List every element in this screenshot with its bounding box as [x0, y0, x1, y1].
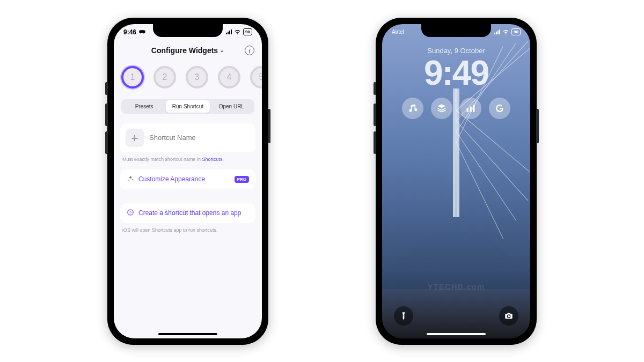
lock-widget-bars[interactable] — [460, 98, 481, 119]
page-title[interactable]: Configure Widgets — [151, 46, 218, 55]
battery-level: 90 — [243, 28, 252, 35]
segment-run-shortcut[interactable]: Run Shortcut — [166, 100, 209, 113]
lock-time: 9:49 — [424, 56, 488, 90]
notch — [421, 24, 491, 37]
create-shortcut-label: Create a shortcut that opens an app — [138, 209, 241, 217]
side-button — [105, 131, 108, 154]
lock-widgets-row — [402, 98, 510, 119]
sparkle-icon — [127, 175, 134, 184]
shortcut-hint: Must exactly match shortcut name in Shor… — [122, 157, 253, 162]
customize-appearance-row[interactable]: Customize Appearance PRO — [120, 169, 255, 189]
svg-rect-3 — [470, 106, 471, 112]
side-button — [374, 104, 376, 126]
camera-button[interactable] — [499, 306, 518, 326]
home-indicator[interactable] — [158, 333, 217, 335]
home-indicator[interactable] — [427, 333, 486, 335]
side-button — [105, 104, 108, 126]
svg-text:?: ? — [129, 210, 131, 215]
shortcuts-link[interactable]: Shortcuts — [202, 157, 223, 162]
phone-mockup-right: Airtel 90 Sunday, 9 October 9:49 — [376, 18, 537, 345]
phone-mockup-left: 9:46 90 Configure Widgets ⌄ i 1 — [107, 18, 268, 345]
side-button — [374, 131, 376, 154]
lock-widget-music[interactable] — [402, 98, 423, 119]
mode-segmented-control[interactable]: Presets Run Shortcut Open URL — [121, 99, 254, 114]
chevron-down-icon[interactable]: ⌄ — [218, 47, 224, 54]
widget-slot-5[interactable]: 5 — [250, 66, 262, 88]
pro-badge: PRO — [235, 176, 249, 183]
lock-widget-google[interactable] — [489, 98, 510, 119]
side-button — [374, 82, 376, 95]
hint-text: Must exactly match shortcut name in — [122, 157, 202, 162]
widget-slot-3[interactable]: 3 — [186, 66, 208, 88]
header: Configure Widgets ⌄ i — [114, 42, 262, 58]
lock-widget-stack[interactable] — [431, 98, 452, 119]
notch — [153, 24, 223, 37]
side-button — [268, 109, 270, 143]
svg-rect-2 — [467, 108, 469, 112]
cellular-icon — [226, 29, 232, 34]
widget-slot-picker: 1 2 3 4 5 — [114, 58, 262, 96]
carrier-name: Airtel — [392, 29, 404, 35]
battery-level: 90 — [511, 28, 521, 35]
create-shortcut-row[interactable]: ? Create a shortcut that opens an app — [120, 203, 255, 223]
widget-slot-4[interactable]: 4 — [218, 66, 240, 88]
flashlight-button[interactable] — [394, 306, 413, 326]
info-button[interactable]: i — [245, 46, 254, 55]
segment-open-url[interactable]: Open URL — [210, 100, 253, 113]
help-icon: ? — [127, 209, 134, 218]
status-time: 9:46 — [123, 28, 136, 36]
shortcut-name-input[interactable] — [149, 134, 250, 142]
widget-slot-1[interactable]: 1 — [121, 66, 144, 88]
carplay-icon — [138, 29, 146, 35]
svg-rect-4 — [473, 105, 474, 112]
side-button — [105, 82, 108, 95]
watermark: YTECHB.com — [428, 282, 485, 291]
shortcut-icon-picker[interactable]: ＋ — [126, 129, 144, 147]
wifi-icon — [502, 28, 509, 36]
shortcut-name-card: ＋ — [120, 123, 255, 152]
widget-slot-2[interactable]: 2 — [153, 66, 176, 88]
side-button — [536, 109, 539, 143]
customize-appearance-label: Customize Appearance — [138, 175, 230, 183]
lockscreen: Airtel 90 Sunday, 9 October 9:49 — [382, 24, 530, 338]
wifi-icon — [234, 28, 241, 36]
screen: 9:46 90 Configure Widgets ⌄ i 1 — [114, 24, 262, 338]
segment-presets[interactable]: Presets — [122, 100, 166, 113]
footer-hint: iOS will open Shortcuts app to run short… — [122, 227, 253, 233]
cellular-icon — [494, 29, 500, 34]
hint-text: . — [223, 157, 224, 162]
